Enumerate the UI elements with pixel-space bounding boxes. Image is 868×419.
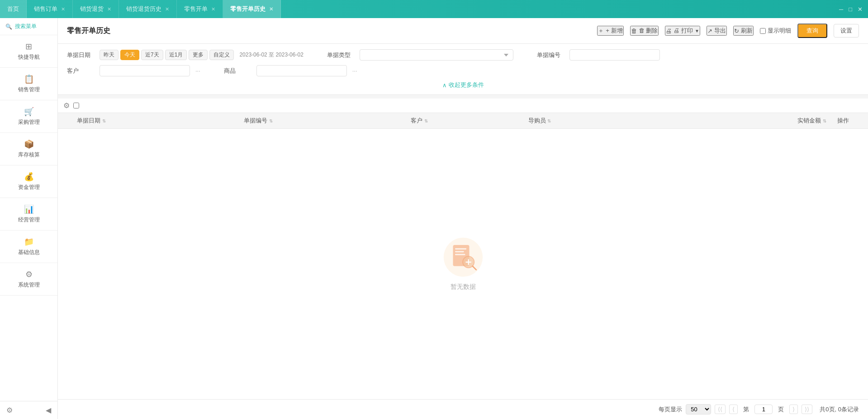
last-page-btn[interactable]: ⟩⟩ xyxy=(802,405,812,414)
th-customer[interactable]: 客户 ⇅ xyxy=(405,113,523,129)
sidebar-item-quick-nav[interactable]: ⊞ 快捷导航 xyxy=(0,35,57,68)
sidebar-search-label: 搜索菜单 xyxy=(15,23,37,30)
sidebar-item-basic-info[interactable]: 📁 基础信息 xyxy=(0,231,57,263)
maximize-btn[interactable]: □ xyxy=(849,6,852,13)
sidebar-bottom: ⚙ ◀ xyxy=(0,401,57,419)
page-suffix: 页 xyxy=(778,405,784,414)
export-label: 导出 xyxy=(714,27,726,35)
display-detail-checkbox-label[interactable]: 显示明细 xyxy=(760,27,791,35)
filter-area: 单据日期 昨天 今天 近7天 近1月 更多 自定义 2023-06-02 至 2… xyxy=(58,44,868,95)
display-detail-label: 显示明细 xyxy=(768,27,791,35)
delete-button[interactable]: 🗑 🗑 删除 xyxy=(630,26,659,36)
sidebar-label-operations: 经营管理 xyxy=(18,216,40,224)
tab-close-retail-open[interactable]: ✕ xyxy=(211,6,215,12)
date-btn-more[interactable]: 更多 xyxy=(189,50,208,60)
th-ops: 操作 xyxy=(832,113,868,129)
print-icon: 🖨 xyxy=(666,28,672,34)
tab-close-sales-order[interactable]: ✕ xyxy=(61,6,65,12)
prev-page-btn[interactable]: ⟨ xyxy=(729,405,738,414)
th-no[interactable]: 单据编号 ⇅ xyxy=(238,113,405,129)
sidebar-label-quick-nav: 快捷导航 xyxy=(18,53,40,61)
refresh-button[interactable]: ↻ 刷新 xyxy=(733,26,754,36)
sidebar-item-inventory[interactable]: 📦 库存核算 xyxy=(0,133,57,165)
close-btn[interactable]: ✕ xyxy=(858,6,863,13)
toolbar: ＋ + 新增 🗑 🗑 删除 🖨 🖨 打印 ▼ ↗ 导出 ↻ xyxy=(597,24,859,38)
next-page-btn[interactable]: ⟩ xyxy=(789,405,798,414)
export-button[interactable]: ↗ 导出 xyxy=(707,26,727,36)
goods-dots[interactable]: ··· xyxy=(352,67,357,74)
sidebar-item-operations[interactable]: 📊 经营管理 xyxy=(0,198,57,231)
current-page-input[interactable] xyxy=(754,405,773,414)
table-settings-icon[interactable]: ⚙ xyxy=(63,101,70,110)
print-button[interactable]: 🖨 🖨 打印 ▼ xyxy=(665,26,700,36)
collapse-btn[interactable]: ∧ 收起更多条件 xyxy=(67,81,859,89)
date-btn-yesterday[interactable]: 昨天 xyxy=(100,50,119,60)
system-icon: ⚙ xyxy=(25,269,33,279)
delete-label: 🗑 删除 xyxy=(639,27,658,35)
page-label: 第 xyxy=(743,405,749,414)
operations-icon: 📊 xyxy=(24,204,34,214)
th-actual-amount[interactable]: 实销金额 ⇅ xyxy=(665,113,832,129)
date-btn-today[interactable]: 今天 xyxy=(120,50,139,60)
sidebar-item-sales-mgmt[interactable]: 📋 销售管理 xyxy=(0,68,57,100)
svg-rect-2 xyxy=(455,248,466,250)
add-button[interactable]: ＋ + 新增 xyxy=(597,26,624,36)
tab-sales-return-history[interactable]: 销货退货历史 ✕ xyxy=(119,0,177,18)
filter-row-1: 单据日期 昨天 今天 近7天 近1月 更多 自定义 2023-06-02 至 2… xyxy=(67,49,859,61)
table-header-row: 单据日期 ⇅ 单据编号 ⇅ 客户 ⇅ 导购员 xyxy=(58,113,868,129)
tab-retail-open[interactable]: 零售开单 ✕ xyxy=(177,0,223,18)
settings-button[interactable]: 设置 xyxy=(834,24,859,38)
display-detail-checkbox[interactable] xyxy=(760,28,766,34)
tab-sales-order[interactable]: 销售订单 ✕ xyxy=(27,0,73,18)
total-label: 共0页, 0条记录 xyxy=(820,405,859,414)
collapse-icon: ∧ xyxy=(442,82,447,89)
settings-icon[interactable]: ⚙ xyxy=(6,406,13,414)
customer-input[interactable] xyxy=(100,65,190,76)
empty-text: 暂无数据 xyxy=(451,283,476,291)
first-page-btn[interactable]: ⟨⟨ xyxy=(715,405,726,414)
tab-home[interactable]: 首页 xyxy=(0,0,27,18)
date-btn-custom[interactable]: 自定义 xyxy=(209,50,234,60)
sort-date-icon: ⇅ xyxy=(102,118,106,123)
page-title: 零售开单历史 xyxy=(67,26,110,36)
date-label: 单据日期 xyxy=(67,51,94,59)
collapse-label: 收起更多条件 xyxy=(449,81,484,89)
collapse-sidebar-btn[interactable]: ◀ xyxy=(46,406,51,414)
customer-dots[interactable]: ··· xyxy=(195,67,200,74)
per-page-select[interactable]: 10 20 50 100 xyxy=(686,404,711,414)
bill-type-select[interactable] xyxy=(360,49,513,61)
pagination: 每页显示 10 20 50 100 ⟨⟨ ⟨ 第 页 ⟩ ⟩⟩ 共0页, 0条记… xyxy=(58,399,868,419)
finance-icon: 💰 xyxy=(24,172,34,182)
main-layout: 🔍 搜索菜单 ⊞ 快捷导航 📋 销售管理 🛒 采购管理 📦 库存核算 💰 资金管… xyxy=(0,18,868,419)
sales-icon: 📋 xyxy=(24,74,34,84)
tab-sales-return[interactable]: 销货退货 ✕ xyxy=(73,0,119,18)
table-area: ⚙ 单据日期 ⇅ 单据编号 ⇅ xyxy=(58,99,868,419)
sidebar-search[interactable]: 🔍 搜索菜单 xyxy=(0,18,57,35)
goods-input[interactable] xyxy=(256,65,347,76)
query-button[interactable]: 查询 xyxy=(797,24,827,38)
sidebar-label-basic-info: 基础信息 xyxy=(18,249,40,256)
th-date[interactable]: 单据日期 ⇅ xyxy=(71,113,238,129)
window-controls: ─ □ ✕ xyxy=(839,0,868,18)
date-btn-last-month[interactable]: 近1月 xyxy=(165,50,187,60)
minimize-btn[interactable]: ─ xyxy=(839,6,843,13)
inventory-icon: 📦 xyxy=(24,139,34,149)
svg-rect-4 xyxy=(455,254,465,255)
bill-no-label: 单据编号 xyxy=(537,51,564,59)
sidebar-item-purchase-mgmt[interactable]: 🛒 采购管理 xyxy=(0,100,57,133)
bill-no-input[interactable] xyxy=(569,49,660,61)
th-checkbox xyxy=(58,113,71,129)
th-salesperson[interactable]: 导购员 ⇅ xyxy=(523,113,665,129)
tab-close-sales-return[interactable]: ✕ xyxy=(107,6,111,12)
tab-close-sales-return-history[interactable]: ✕ xyxy=(165,6,169,12)
select-all-checkbox[interactable] xyxy=(73,103,79,108)
per-page-label: 每页显示 xyxy=(659,405,682,414)
refresh-label: 刷新 xyxy=(741,27,753,35)
tab-close-retail-open-history[interactable]: ✕ xyxy=(269,6,273,12)
tab-retail-open-history[interactable]: 零售开单历史 ✕ xyxy=(223,0,281,18)
date-btn-last7[interactable]: 近7天 xyxy=(141,50,163,60)
sidebar-item-finance[interactable]: 💰 资金管理 xyxy=(0,165,57,198)
empty-state: 暂无数据 xyxy=(58,129,868,399)
quick-nav-icon: ⊞ xyxy=(25,42,32,52)
sidebar-item-system[interactable]: ⚙ 系统管理 xyxy=(0,263,57,296)
